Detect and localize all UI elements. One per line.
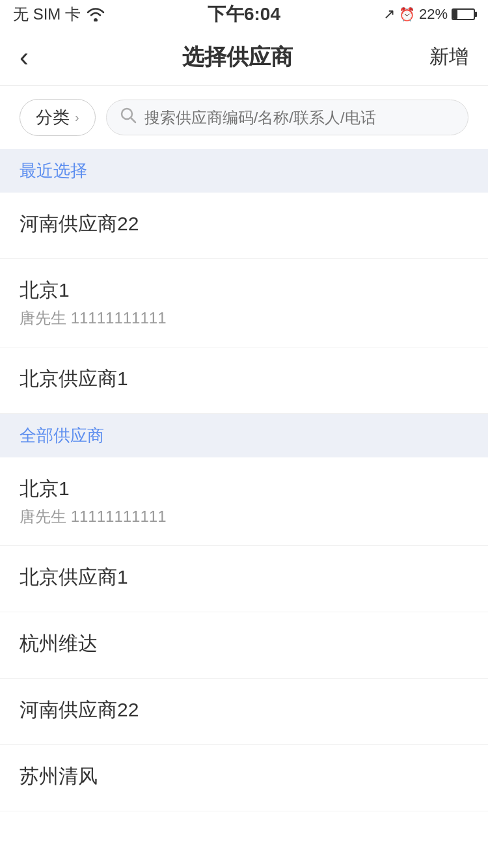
svg-line-1 — [131, 118, 135, 122]
supplier-name: 北京1 — [20, 277, 468, 304]
supplier-item[interactable]: 苏州清风 — [0, 745, 488, 811]
nav-bar: ‹ 选择供应商 新增 — [0, 29, 488, 86]
supplier-item[interactable]: 北京1唐先生 11111111111 — [0, 457, 488, 546]
status-bar-right: ↗ ⏰ 22% — [383, 6, 475, 23]
battery-fill — [453, 10, 457, 19]
search-icon — [120, 107, 137, 128]
supplier-name: 河南供应商22 — [20, 697, 468, 724]
supplier-name: 苏州清风 — [20, 763, 468, 790]
sections-container: 最近选择河南供应商22北京1唐先生 11111111111北京供应商1全部供应商… — [0, 149, 488, 811]
supplier-item[interactable]: 北京供应商1 — [0, 347, 488, 414]
supplier-name: 杭州维达 — [20, 631, 468, 657]
chevron-right-icon: › — [75, 110, 79, 125]
supplier-name: 河南供应商22 — [20, 211, 468, 237]
section-header-recent: 最近选择 — [0, 149, 488, 193]
supplier-item[interactable]: 北京供应商1 — [0, 546, 488, 612]
search-input[interactable] — [144, 109, 455, 127]
category-label: 分类 — [36, 106, 70, 129]
alarm-icon: ⏰ — [399, 7, 415, 22]
battery-icon — [452, 8, 475, 20]
category-button[interactable]: 分类 › — [20, 99, 96, 136]
supplier-contact: 唐先生 11111111111 — [20, 308, 468, 329]
supplier-item[interactable]: 北京1唐先生 11111111111 — [0, 259, 488, 347]
back-button[interactable]: ‹ — [20, 42, 59, 73]
supplier-name: 北京供应商1 — [20, 366, 468, 392]
add-button[interactable]: 新增 — [416, 44, 468, 70]
location-icon: ↗ — [383, 6, 395, 23]
status-bar-left: 无 SIM 卡 — [13, 4, 105, 25]
filter-bar: 分类 › — [0, 86, 488, 149]
supplier-name: 北京供应商1 — [20, 564, 468, 591]
supplier-name: 北京1 — [20, 476, 468, 502]
search-box[interactable] — [106, 100, 468, 135]
status-bar: 无 SIM 卡 下午6:04 ↗ ⏰ 22% — [0, 0, 488, 29]
wifi-icon — [86, 7, 105, 21]
supplier-item[interactable]: 河南供应商22 — [0, 193, 488, 259]
page-title: 选择供应商 — [182, 42, 293, 72]
sim-label: 无 SIM 卡 — [13, 4, 81, 25]
section-header-all: 全部供应商 — [0, 414, 488, 457]
supplier-contact: 唐先生 11111111111 — [20, 506, 468, 527]
supplier-item[interactable]: 河南供应商22 — [0, 679, 488, 745]
supplier-item[interactable]: 杭州维达 — [0, 612, 488, 679]
battery-pct: 22% — [419, 6, 448, 23]
status-bar-time: 下午6:04 — [208, 2, 280, 27]
